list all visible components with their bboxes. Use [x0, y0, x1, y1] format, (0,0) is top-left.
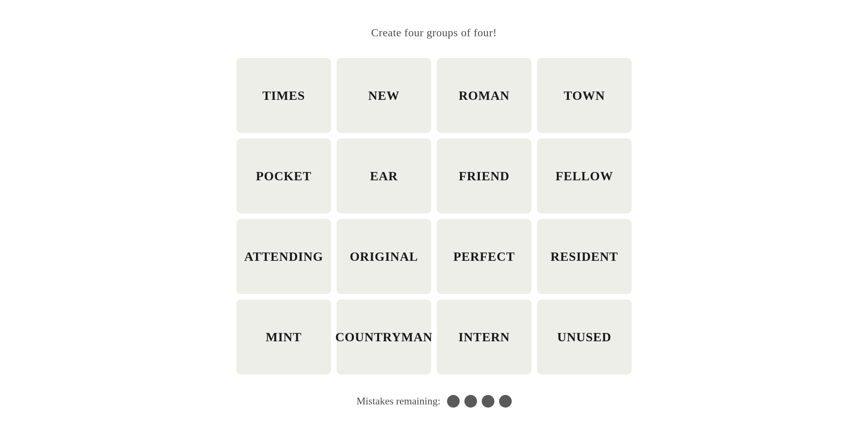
- grid-cell-pocket[interactable]: POCKET: [236, 138, 331, 213]
- cell-label-resident: RESIDENT: [550, 249, 618, 264]
- grid-cell-new[interactable]: NEW: [337, 58, 431, 133]
- cell-label-fellow: FELLOW: [556, 169, 613, 183]
- cell-label-attending: ATTENDING: [244, 249, 323, 264]
- mistake-dot-3: [482, 395, 494, 408]
- grid-cell-mint[interactable]: MINT: [236, 299, 331, 374]
- grid-cell-friend[interactable]: FRIEND: [437, 138, 531, 213]
- cell-label-friend: FRIEND: [459, 169, 509, 183]
- cell-label-new: NEW: [368, 88, 399, 103]
- mistakes-label: Mistakes remaining:: [356, 395, 440, 407]
- cell-label-ear: EAR: [370, 169, 398, 183]
- grid-cell-town[interactable]: TOWN: [537, 58, 632, 133]
- grid-cell-ear[interactable]: EAR: [337, 138, 431, 213]
- cell-label-original: ORIGINAL: [350, 249, 418, 264]
- cell-label-perfect: PERFECT: [453, 249, 515, 264]
- grid-cell-unused[interactable]: UNUSED: [537, 299, 632, 374]
- grid-cell-roman[interactable]: ROMAN: [437, 58, 531, 133]
- mistake-dot-2: [464, 395, 477, 408]
- cell-label-pocket: POCKET: [256, 169, 312, 183]
- cell-label-roman: ROMAN: [458, 88, 509, 103]
- grid-cell-countryman[interactable]: COUNTRYMAN: [337, 299, 431, 374]
- mistake-dot-4: [499, 395, 512, 408]
- cell-label-countryman: COUNTRYMAN: [335, 330, 433, 344]
- grid-cell-attending[interactable]: ATTENDING: [236, 219, 331, 294]
- cell-label-intern: INTERN: [458, 330, 510, 344]
- cell-label-unused: UNUSED: [557, 330, 611, 344]
- grid-cell-times[interactable]: TIMES: [236, 58, 331, 133]
- cell-label-mint: MINT: [266, 330, 302, 344]
- grid-cell-perfect[interactable]: PERFECT: [437, 219, 531, 294]
- mistakes-dots: [447, 395, 512, 408]
- grid-cell-fellow[interactable]: FELLOW: [537, 138, 632, 213]
- grid-cell-intern[interactable]: INTERN: [437, 299, 531, 374]
- mistakes-row: Mistakes remaining:: [356, 395, 511, 408]
- game-subtitle: Create four groups of four!: [371, 26, 497, 39]
- game-grid: TIMESNEWROMANTOWNPOCKETEARFRIENDFELLOWAT…: [236, 58, 632, 374]
- grid-cell-original[interactable]: ORIGINAL: [337, 219, 431, 294]
- grid-cell-resident[interactable]: RESIDENT: [537, 219, 632, 294]
- cell-label-times: TIMES: [262, 88, 305, 103]
- mistake-dot-1: [447, 395, 460, 408]
- cell-label-town: TOWN: [564, 88, 605, 103]
